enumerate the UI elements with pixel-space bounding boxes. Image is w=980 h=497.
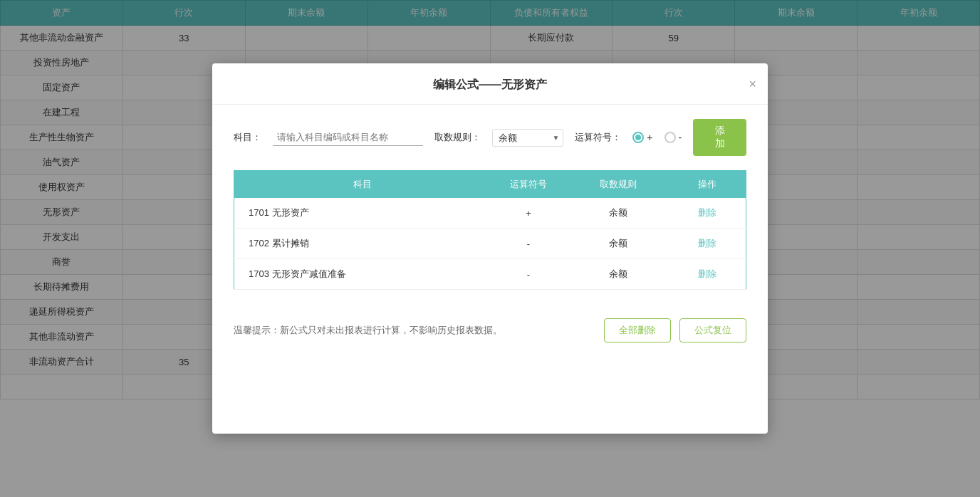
subject-input[interactable] — [273, 129, 423, 146]
row3-rule: 余额 — [567, 259, 669, 290]
row1-delete-button[interactable]: 删除 — [698, 206, 716, 219]
operator-plus-label: + — [647, 132, 652, 143]
table-row: 1702 累计摊销 - 余额 删除 — [234, 229, 746, 259]
form-row: 科目： 取数规则： 余额 借方 贷方 借方累计 贷方累计 运算符号： — [234, 119, 746, 156]
col-rule: 取数规则 — [567, 171, 669, 199]
formula-table: 科目 运算符号 取数规则 操作 1701 无形资产 + 余额 删除 1702 累… — [234, 170, 746, 290]
col-subject: 科目 — [234, 171, 491, 199]
table-row: 1703 无形资产减值准备 - 余额 删除 — [234, 259, 746, 290]
row2-subject: 1702 累计摊销 — [234, 229, 491, 259]
delete-all-button[interactable]: 全部删除 — [604, 318, 671, 342]
modal-dialog: 编辑公式——无形资产 × 科目： 取数规则： 余额 借方 贷方 借方累计 贷方累… — [212, 63, 768, 434]
col-operator: 运算符号 — [490, 171, 567, 199]
row2-operator: - — [490, 229, 567, 259]
subject-label: 科目： — [234, 131, 261, 144]
row1-subject: 1701 无形资产 — [234, 198, 491, 229]
operator-plus-item[interactable]: + — [632, 132, 652, 143]
close-button[interactable]: × — [749, 76, 756, 91]
row3-delete-button[interactable]: 删除 — [698, 268, 716, 281]
operator-minus-item[interactable]: - — [664, 132, 682, 143]
add-button[interactable]: 添加 — [693, 119, 746, 156]
operator-minus-label: - — [679, 132, 682, 143]
footer-tip: 温馨提示：新公式只对未出报表进行计算，不影响历史报表数据。 — [234, 324, 502, 337]
row1-rule: 余额 — [567, 198, 669, 229]
rule-select-wrapper: 余额 借方 贷方 借方累计 贷方累计 — [492, 129, 563, 147]
row2-rule: 余额 — [567, 229, 669, 259]
reset-button[interactable]: 公式复位 — [679, 318, 746, 342]
footer-buttons: 全部删除 公式复位 — [604, 318, 746, 342]
modal-body: 科目： 取数规则： 余额 借方 贷方 借方累计 贷方累计 运算符号： — [212, 105, 768, 304]
row3-subject: 1703 无形资产减值准备 — [234, 259, 491, 290]
modal-footer: 温馨提示：新公式只对未出报表进行计算，不影响历史报表数据。 全部删除 公式复位 — [212, 304, 768, 357]
operator-label: 运算符号： — [575, 131, 621, 144]
operator-radio-group: + - — [632, 132, 682, 143]
modal-overlay: 编辑公式——无形资产 × 科目： 取数规则： 余额 借方 贷方 借方累计 贷方累… — [0, 0, 980, 497]
rule-select[interactable]: 余额 借方 贷方 借方累计 贷方累计 — [492, 129, 563, 147]
row1-operator: + — [490, 198, 567, 229]
table-row: 1701 无形资产 + 余额 删除 — [234, 198, 746, 229]
rule-label: 取数规则： — [434, 131, 481, 144]
modal-header: 编辑公式——无形资产 × — [212, 63, 768, 105]
operator-minus-radio[interactable] — [664, 132, 676, 143]
row3-operator: - — [490, 259, 567, 290]
col-action: 操作 — [669, 171, 746, 199]
operator-plus-radio[interactable] — [632, 132, 644, 143]
modal-title: 编辑公式——无形资产 — [433, 78, 547, 90]
row2-delete-button[interactable]: 删除 — [698, 237, 716, 250]
